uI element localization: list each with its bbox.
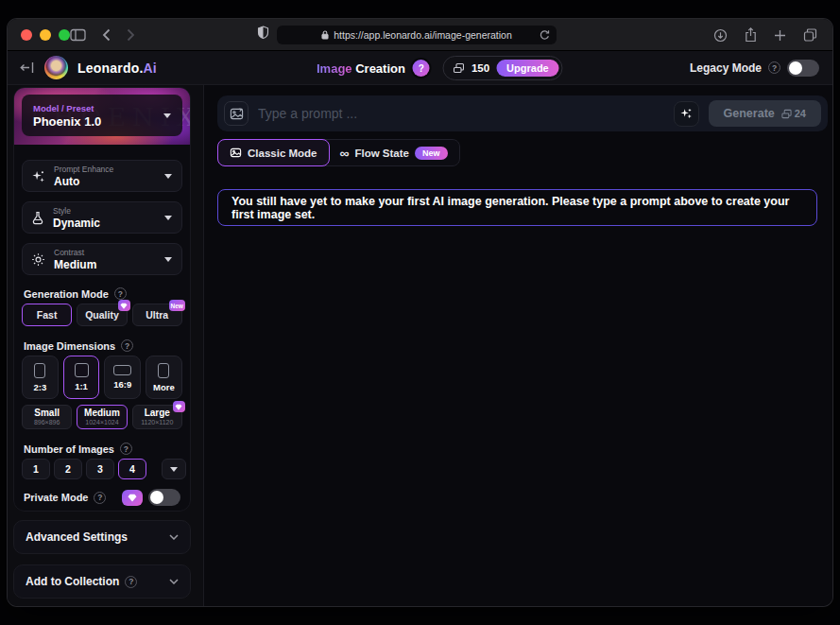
ratio-2-3-button[interactable]: 2:3 bbox=[22, 356, 59, 399]
dropdown-label: Contrast bbox=[54, 248, 156, 257]
help-icon[interactable]: ? bbox=[120, 443, 132, 455]
prompt-bar: Generate 24 bbox=[217, 95, 828, 131]
upgrade-button[interactable]: Upgrade bbox=[496, 60, 559, 77]
generation-workspace: Generate 24 Classic Mode bbox=[203, 85, 832, 606]
close-window-button[interactable] bbox=[21, 29, 32, 41]
generate-cost: 24 bbox=[795, 108, 806, 119]
mode-quality-button[interactable]: Quality bbox=[77, 304, 127, 326]
count-4-button[interactable]: 4 bbox=[118, 459, 146, 479]
legacy-mode-toggle[interactable] bbox=[787, 60, 819, 77]
generation-mode-options: Fast Quality Ultra New bbox=[22, 304, 182, 326]
size-options: Small896×896 Medium1024×1024 Large1120×1… bbox=[22, 405, 182, 429]
back-icon[interactable] bbox=[102, 28, 111, 42]
forward-icon[interactable] bbox=[127, 28, 135, 42]
image-dimensions-heading: Image Dimensions ? bbox=[24, 339, 133, 352]
settings-sidebar: PHOENIX Model / Preset Phoenix 1.0 bbox=[8, 85, 203, 606]
private-mode-label: Private Mode bbox=[24, 492, 88, 503]
ratio-more-button[interactable]: More bbox=[146, 356, 182, 399]
number-of-images-heading: Number of Images ? bbox=[24, 443, 132, 455]
number-of-images-options: 1 2 3 4 bbox=[22, 459, 186, 479]
flask-icon bbox=[31, 211, 44, 225]
avatar[interactable] bbox=[44, 56, 68, 79]
add-to-collection-accordion[interactable]: Add to Collection ? bbox=[13, 564, 191, 599]
style-dropdown[interactable]: Style Dynamic bbox=[22, 201, 182, 234]
chevron-down-icon bbox=[163, 113, 171, 118]
legacy-mode-help-icon[interactable]: ? bbox=[768, 61, 780, 74]
premium-gem-icon bbox=[173, 401, 185, 412]
chevron-down-icon bbox=[164, 216, 172, 220]
private-mode-row: Private Mode ? bbox=[24, 489, 180, 506]
token-count: 150 bbox=[471, 62, 489, 74]
dropdown-label: Style bbox=[53, 206, 156, 216]
url-text: https://app.leonardo.ai/image-generation bbox=[334, 29, 512, 41]
minimize-window-button[interactable] bbox=[40, 29, 51, 41]
new-tab-icon[interactable] bbox=[774, 29, 786, 42]
size-small-button[interactable]: Small896×896 bbox=[22, 405, 72, 429]
chevron-down-icon bbox=[169, 579, 179, 584]
prompt-enhance-dropdown[interactable]: Prompt Enhance Auto bbox=[22, 160, 182, 192]
token-coin-icon bbox=[781, 109, 792, 119]
new-badge: New bbox=[169, 300, 185, 311]
generation-mode-heading: Generation Mode ? bbox=[24, 287, 127, 300]
count-3-button[interactable]: 3 bbox=[86, 459, 114, 479]
model-preset-value: Phoenix 1.0 bbox=[33, 114, 163, 129]
sun-icon bbox=[31, 252, 45, 267]
size-medium-button[interactable]: Medium1024×1024 bbox=[77, 405, 127, 429]
prompt-input[interactable] bbox=[258, 106, 664, 121]
zoom-window-button[interactable] bbox=[59, 29, 70, 41]
help-icon[interactable]: ? bbox=[94, 492, 106, 504]
image-prompt-icon[interactable] bbox=[224, 101, 249, 126]
count-2-button[interactable]: 2 bbox=[54, 459, 82, 479]
advanced-settings-accordion[interactable]: Advanced Settings bbox=[13, 520, 191, 554]
mode-ultra-button[interactable]: Ultra New bbox=[132, 304, 182, 326]
model-preset-card[interactable]: PHOENIX Model / Preset Phoenix 1.0 bbox=[14, 88, 190, 145]
sidebar-toggle-icon[interactable] bbox=[70, 28, 86, 42]
contrast-dropdown[interactable]: Contrast Medium bbox=[22, 243, 182, 275]
reload-icon[interactable] bbox=[540, 29, 550, 41]
dropdown-label: Prompt Enhance bbox=[54, 165, 156, 174]
url-bar[interactable]: https://app.leonardo.ai/image-generation bbox=[277, 26, 557, 44]
help-icon[interactable]: ? bbox=[121, 339, 133, 352]
ratio-16-9-button[interactable]: 16:9 bbox=[104, 356, 141, 399]
token-coin-icon bbox=[454, 62, 465, 74]
settings-panel: PHOENIX Model / Preset Phoenix 1.0 bbox=[13, 87, 191, 512]
lock-icon bbox=[321, 30, 329, 40]
dropdown-value: Dynamic bbox=[53, 217, 156, 230]
sparkles-icon bbox=[31, 169, 45, 183]
tab-classic-mode[interactable]: Classic Mode bbox=[217, 139, 330, 166]
brand-logo[interactable]: Leonardo.Ai bbox=[77, 61, 157, 76]
collapse-sidebar-icon[interactable] bbox=[20, 61, 35, 74]
dropdown-value: Medium bbox=[54, 258, 156, 271]
mode-fast-button[interactable]: Fast bbox=[22, 304, 72, 326]
traffic-lights bbox=[21, 29, 70, 41]
chevron-down-icon bbox=[164, 174, 172, 179]
share-icon[interactable] bbox=[745, 27, 757, 43]
count-more-dropdown[interactable] bbox=[162, 459, 186, 479]
title-help-icon[interactable]: ? bbox=[413, 60, 430, 77]
private-mode-toggle[interactable] bbox=[148, 489, 180, 506]
first-generation-notice: You still have yet to make your first AI… bbox=[217, 189, 817, 226]
model-preset-label: Model / Preset bbox=[33, 103, 163, 113]
chevron-down-icon bbox=[169, 534, 179, 540]
tab-overview-icon[interactable] bbox=[803, 28, 817, 42]
token-pill: 150 Upgrade bbox=[443, 56, 563, 80]
aspect-ratio-options: 2:3 1:1 16:9 More bbox=[22, 356, 182, 399]
chevron-down-icon bbox=[164, 257, 172, 262]
ratio-1-1-button[interactable]: 1:1 bbox=[63, 356, 100, 399]
legacy-mode-label: Legacy Mode bbox=[690, 61, 762, 75]
help-icon[interactable]: ? bbox=[125, 576, 137, 588]
browser-chrome: https://app.leonardo.ai/image-generation bbox=[8, 19, 832, 51]
downloads-icon[interactable] bbox=[713, 28, 728, 43]
count-1-button[interactable]: 1 bbox=[22, 459, 50, 479]
browser-window: https://app.leonardo.ai/image-generation bbox=[8, 19, 832, 606]
new-badge: New bbox=[415, 147, 448, 160]
privacy-shield-icon[interactable] bbox=[257, 26, 269, 40]
tab-flow-state[interactable]: ∞ Flow State New bbox=[329, 140, 459, 165]
help-icon[interactable]: ? bbox=[114, 287, 127, 300]
generate-button[interactable]: Generate 24 bbox=[709, 100, 821, 127]
mode-tabs: Classic Mode ∞ Flow State New bbox=[217, 139, 460, 166]
size-large-button[interactable]: Large1120×1120 bbox=[132, 405, 182, 429]
enhance-prompt-button[interactable] bbox=[674, 101, 699, 127]
premium-gem-icon bbox=[118, 300, 130, 311]
infinity-icon: ∞ bbox=[340, 147, 350, 160]
